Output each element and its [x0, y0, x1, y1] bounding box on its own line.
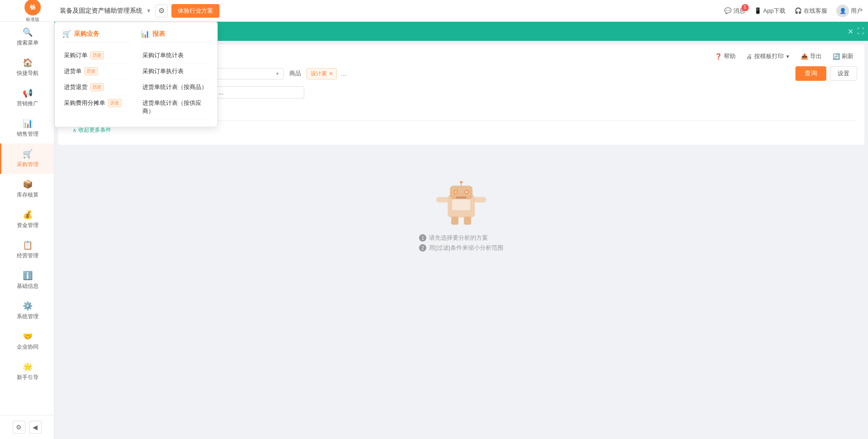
sidebar-item-label: 快捷导航 — [17, 69, 39, 77]
report-col-icon: 📊 — [141, 30, 150, 38]
sidebar-item-sales[interactable]: 📊 销售管理 — [0, 113, 54, 143]
sidebar-item-label: 营销推广 — [17, 100, 39, 108]
user-btn[interactable]: 👤 用户 — [836, 5, 863, 17]
sidebar-item-operation[interactable]: 📋 经营管理 — [0, 235, 54, 265]
menu-item-goods-stat-by-goods[interactable]: 进货单统计表（按商品） — [141, 79, 210, 95]
headset-icon: 🎧 — [795, 7, 802, 14]
sidebar-item-enterprise[interactable]: 🤝 企业协同 — [0, 326, 54, 356]
message-badge: 5 — [741, 4, 749, 11]
phone-icon: 📱 — [754, 7, 761, 14]
sidebar-item-quick-nav[interactable]: 🏠 快捷导航 — [0, 52, 54, 83]
top-header: 畅 标准版 装备及固定资产辅助管理系统 ▼ ⚙ 体验行业方案 💬 消息 5 📱 … — [0, 0, 868, 22]
salesman-input[interactable]: ... — [214, 86, 304, 99]
print-btn[interactable]: 🖨 按模板打印 ▼ — [743, 50, 794, 63]
export-btn[interactable]: 📤 导出 — [797, 50, 825, 63]
inventory-icon: 📦 — [23, 179, 33, 189]
toolbar-right: ❓ 帮助 🖨 按模板打印 ▼ 📤 导出 🔄 — [711, 50, 857, 63]
settings-btn[interactable]: 设置 — [830, 66, 857, 81]
sidebar-item-marketing[interactable]: 📢 营销推广 — [0, 83, 54, 113]
user-avatar: 👤 — [836, 5, 849, 17]
app-download-btn[interactable]: 📱 App下载 — [754, 7, 785, 15]
svg-rect-11 — [451, 217, 458, 225]
header-center: 装备及固定资产辅助管理系统 ▼ ⚙ 体验行业方案 — [60, 4, 724, 18]
salesman-dots: ... — [219, 89, 224, 96]
purchase-order-label: 采购订单 — [64, 51, 88, 59]
history-tag-2: 历史 — [84, 67, 98, 75]
doc-status-arrow: ▾ — [276, 71, 279, 77]
menu-item-purchase-order[interactable]: 采购订单 历史 — [62, 48, 132, 64]
sidebar-item-system[interactable]: ⚙️ 系统管理 — [0, 296, 54, 326]
sidebar-item-finance[interactable]: 💰 资金管理 — [0, 204, 54, 235]
goods-tag-close[interactable]: ✕ — [329, 71, 333, 77]
sidebar-item-label: 销售管理 — [17, 130, 39, 138]
goods-stat-by-supplier-label: 进货单统计表（按供应商） — [142, 99, 208, 115]
purchase-cost-label: 采购费用分摊单 — [64, 99, 105, 107]
sidebar-item-search[interactable]: 🔍 搜索菜单 — [0, 22, 54, 52]
goods-return-label: 进货退货 — [64, 83, 88, 91]
refresh-btn[interactable]: 🔄 刷新 — [829, 50, 857, 63]
menu-item-goods-in[interactable]: 进货单 历史 — [62, 64, 132, 79]
history-tag-3: 历史 — [90, 83, 104, 91]
sidebar-item-label: 采购管理 — [17, 161, 39, 168]
operation-icon: 📋 — [23, 240, 33, 250]
goods-in-label: 进货单 — [64, 67, 82, 75]
sidebar-item-purchase[interactable]: 🛒 采购管理 — [0, 143, 54, 174]
help-btn[interactable]: ❓ 帮助 — [711, 50, 739, 63]
goods-tag-label: 设计素 — [311, 70, 327, 78]
online-service-btn[interactable]: 🎧 在线客服 — [795, 7, 827, 15]
menu-item-goods-return[interactable]: 进货退货 历史 — [62, 79, 132, 95]
tab-maximize-icon[interactable]: ⛶ — [857, 27, 864, 35]
logo-icon: 畅 — [24, 0, 41, 15]
goods-label: 商品 — [289, 69, 301, 78]
svg-point-14 — [460, 181, 463, 183]
menu-item-purchase-cost[interactable]: 采购费用分摊单 历史 — [62, 95, 132, 111]
svg-rect-12 — [464, 217, 471, 225]
system-settings-btn[interactable]: ⚙ — [155, 5, 168, 17]
goods-stat-by-goods-label: 进货单统计表（按商品） — [142, 83, 207, 91]
search-icon: 🔍 — [23, 27, 33, 37]
help-icon: ❓ — [715, 53, 722, 60]
sidebar-item-basic-info[interactable]: ℹ️ 基础信息 — [0, 265, 54, 296]
print-dropdown-icon: ▼ — [785, 54, 790, 59]
svg-rect-8 — [456, 197, 467, 198]
sidebar-item-label: 搜索菜单 — [17, 39, 39, 47]
print-icon: 🖨 — [746, 53, 752, 60]
svg-rect-10 — [473, 197, 486, 202]
menu-item-purchase-order-exec[interactable]: 采购订单执行表 — [141, 64, 210, 79]
export-icon: 📤 — [801, 53, 808, 60]
sidebar-item-label: 系统管理 — [17, 313, 39, 321]
svg-rect-15 — [452, 199, 470, 210]
goods-tag[interactable]: 设计素 ✕ — [307, 68, 337, 79]
sidebar-settings-btn[interactable]: ⚙ — [13, 421, 25, 434]
industry-solution-btn[interactable]: 体验行业方案 — [171, 4, 219, 18]
menu-item-purchase-order-stat[interactable]: 采购订单统计表 — [141, 48, 210, 64]
goods-filter: 设计素 ✕ ... — [307, 68, 346, 79]
goods-more-dots[interactable]: ... — [341, 69, 346, 78]
sidebar-item-label: 经营管理 — [17, 252, 39, 260]
empty-state: 1 请先选择要分析的方案 2 用[过滤]条件来缩小分析范围 — [54, 181, 868, 254]
system-dropdown-icon[interactable]: ▼ — [146, 8, 151, 14]
empty-tip-2: 2 用[过滤]条件来缩小分析范围 — [419, 244, 503, 252]
sidebar-item-inventory[interactable]: 📦 库存核算 — [0, 174, 54, 204]
query-btn[interactable]: 查询 — [795, 66, 826, 81]
message-icon: 💬 — [724, 7, 731, 14]
marketing-icon: 📢 — [23, 88, 33, 98]
tab-close-all-icon[interactable]: ✕ — [848, 27, 853, 36]
sidebar-collapse-btn[interactable]: ◀ — [29, 421, 42, 434]
header-right: 💬 消息 5 📱 App下载 🎧 在线客服 👤 用户 — [724, 5, 863, 17]
sidebar: 🔍 搜索菜单 🏠 快捷导航 📢 营销推广 📊 销售管理 🛒 采购管理 📦 库存核… — [0, 22, 54, 439]
purchase-col: 🛒 采购业务 采购订单 历史 进货单 历史 进货退货 历史 采购费用分摊单 历史 — [62, 30, 132, 119]
purchase-icon: 🛒 — [23, 149, 33, 159]
message-btn[interactable]: 💬 消息 5 — [724, 7, 745, 15]
sidebar-item-label: 库存核算 — [17, 191, 39, 199]
empty-tip-1: 1 请先选择要分析的方案 — [419, 234, 503, 242]
empty-robot-icon — [434, 181, 488, 227]
sidebar-item-guide[interactable]: 🌟 新手引导 — [0, 356, 54, 387]
enterprise-icon: 🤝 — [23, 331, 33, 341]
sidebar-item-label: 新手引导 — [17, 374, 39, 381]
menu-item-goods-stat-by-supplier[interactable]: 进货单统计表（按供应商） — [141, 95, 210, 119]
history-tag-4: 历史 — [108, 99, 122, 107]
sales-icon: 📊 — [23, 118, 33, 128]
refresh-icon: 🔄 — [833, 53, 840, 60]
finance-icon: 💰 — [23, 210, 33, 220]
